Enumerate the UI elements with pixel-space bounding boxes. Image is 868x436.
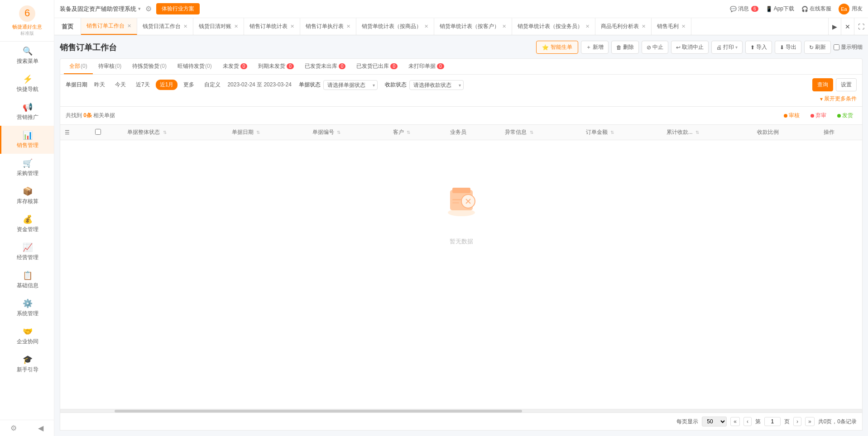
tab-sales-workbench[interactable]: 销售订单工作台 ✕ <box>81 18 137 35</box>
scrollbar-thumb[interactable] <box>115 410 522 412</box>
settings-bottom-btn[interactable]: ⚙ <box>10 424 17 432</box>
tab-cash-daily[interactable]: 钱货日清工作台 ✕ <box>137 18 193 35</box>
print-btn[interactable]: 🖨 打印 ▾ <box>711 41 743 54</box>
user-menu-btn[interactable]: Ea 用友 <box>839 4 863 14</box>
delete-btn[interactable]: 🗑 删除 <box>611 41 639 54</box>
page-input[interactable] <box>764 417 781 426</box>
sub-tab-wangpu[interactable]: 旺铺待发货 (0) <box>172 59 217 74</box>
sub-tab-not-shipped[interactable]: 未发货 0 <box>217 59 253 74</box>
pause-btn[interactable]: ⊘ 中止 <box>642 41 668 54</box>
settings-filter-btn[interactable]: 设置 <box>836 78 857 91</box>
tab-nav-more[interactable]: ▶ <box>828 18 841 35</box>
page-size-select[interactable]: 50 100 <box>702 417 727 427</box>
tab-close-sales-stat[interactable]: ✕ <box>290 24 294 29</box>
import-btn[interactable]: ⬆ 导入 <box>745 41 772 54</box>
sub-tab-pending-inspect[interactable]: 待拣货验货 (0) <box>127 59 172 74</box>
sidebar-item-sysadmin[interactable]: ⚙️ 系统管理 <box>0 294 54 322</box>
col-exception[interactable]: 异常信息 ⇅ <box>500 125 581 140</box>
date-chip-1month[interactable]: 近1月 <box>156 80 178 90</box>
tab-sales-stat-product[interactable]: 销货单统计表（按商品） ✕ <box>356 18 434 35</box>
payment-select-wrap[interactable]: 请选择收款状态 <box>409 80 464 90</box>
query-btn[interactable]: 查询 <box>812 78 833 91</box>
sub-tab-shipped-in[interactable]: 已发货已出库 0 <box>351 59 403 74</box>
tab-close-sales-workbench[interactable]: ✕ <box>127 23 131 29</box>
export-btn[interactable]: ⬇ 导出 <box>775 41 801 54</box>
sub-tab-all[interactable]: 全部 (0) <box>64 59 93 74</box>
refresh-btn[interactable]: ↻ 刷新 <box>804 41 831 54</box>
smart-create-btn[interactable]: ⭐ 智能生单 <box>536 41 578 54</box>
cancel-pause-btn[interactable]: ↩ 取消中止 <box>671 41 709 54</box>
trial-button[interactable]: 体验行业方案 <box>156 3 200 14</box>
tab-sales-stat-customer[interactable]: 销货单统计表（按客户） ✕ <box>434 18 512 35</box>
horizontal-scrollbar[interactable] <box>60 409 862 412</box>
col-customer[interactable]: 客户 ⇅ <box>388 125 446 140</box>
tab-close-cash-daily[interactable]: ✕ <box>183 24 187 29</box>
col-status[interactable]: 单据整体状态 ⇅ <box>123 125 227 140</box>
online-service-btn[interactable]: 🎧 在线客服 <box>801 5 831 13</box>
settings-gear-btn[interactable]: ⚙ <box>145 5 152 13</box>
message-btn[interactable]: 💬 消息 6 <box>730 5 758 13</box>
select-all-checkbox[interactable] <box>95 129 101 135</box>
date-chip-more[interactable]: 更多 <box>179 80 198 90</box>
config-icon[interactable]: ☰ <box>65 129 70 136</box>
tab-close-product-margin[interactable]: ✕ <box>642 24 646 29</box>
sidebar-item-search[interactable]: 🔍 搜索菜单 <box>0 42 54 70</box>
app-download-btn[interactable]: 📱 App下载 <box>766 5 794 13</box>
sub-tab-not-printed[interactable]: 未打印单据 0 <box>403 59 450 74</box>
payment-select[interactable]: 请选择收款状态 <box>409 80 464 90</box>
tab-cash-reconcile[interactable]: 钱货日清对账 ✕ <box>193 18 244 35</box>
date-chip-today[interactable]: 今天 <box>111 80 130 90</box>
sidebar-item-sales[interactable]: 📊 销售管理 <box>0 126 54 154</box>
tab-sales-exec[interactable]: 销售订单执行表 ✕ <box>300 18 356 35</box>
col-staff[interactable]: 业务员 <box>446 125 500 140</box>
audit-action-btn[interactable]: 审核 <box>780 110 803 121</box>
app-title-dropdown[interactable]: 装备及固定资产辅助管理系统 ▾ <box>60 5 141 13</box>
sidebar-item-collab[interactable]: 🤝 企业协同 <box>0 322 54 350</box>
sub-tab-shipped-not-in[interactable]: 已发货未出库 0 <box>299 59 351 74</box>
col-ratio[interactable]: 收款比例 <box>753 125 819 140</box>
expand-conditions-btn[interactable]: ▾ 展开更多条件 <box>820 95 857 103</box>
tab-close-sales-stat-product[interactable]: ✕ <box>424 24 428 29</box>
prev-page-btn[interactable]: ‹ <box>743 417 752 426</box>
status-select-wrap[interactable]: 请选择单据状态 <box>323 80 378 90</box>
date-chip-custom[interactable]: 自定义 <box>200 80 225 90</box>
sub-tab-overdue[interactable]: 到期未发货 0 <box>253 59 299 74</box>
sidebar-item-marketing[interactable]: 📢 营销推广 <box>0 98 54 126</box>
sidebar-item-quicknav[interactable]: ⚡ 快捷导航 <box>0 70 54 98</box>
add-btn[interactable]: ＋ 新增 <box>581 41 609 54</box>
tab-close-sales-stat-staff[interactable]: ✕ <box>585 24 590 29</box>
next-page-btn[interactable]: › <box>793 417 801 426</box>
tab-close-sales-exec[interactable]: ✕ <box>346 24 350 29</box>
date-chip-7days[interactable]: 近7天 <box>132 80 154 90</box>
col-number[interactable]: 单据编号 ⇅ <box>308 125 388 140</box>
ship-action-btn[interactable]: 发货 <box>834 110 857 121</box>
col-config[interactable]: ☰ <box>60 125 91 140</box>
sidebar-item-purchase[interactable]: 🛒 采购管理 <box>0 154 54 182</box>
sub-tab-pending-review[interactable]: 待审核 (0) <box>93 59 127 74</box>
first-page-btn[interactable]: « <box>730 417 740 426</box>
tab-sales-stat-staff[interactable]: 销货单统计表（按业务员） ✕ <box>512 18 595 35</box>
sidebar-item-baseinfo[interactable]: 📋 基础信息 <box>0 266 54 294</box>
status-select[interactable]: 请选择单据状态 <box>323 80 378 90</box>
tab-sales-stat[interactable]: 销售订单统计表 ✕ <box>244 18 300 35</box>
date-chip-yesterday[interactable]: 昨天 <box>90 80 109 90</box>
table-scroll[interactable]: ☰ 单据整体状态 ⇅ 单据日期 ⇅ <box>60 125 862 409</box>
sidebar-item-finance[interactable]: 💰 资金管理 <box>0 210 54 238</box>
tab-close-sales-gross[interactable]: ✕ <box>681 24 686 29</box>
col-checkbox[interactable] <box>91 125 123 140</box>
sidebar-item-inventory[interactable]: 📦 库存核算 <box>0 182 54 210</box>
collapse-btn[interactable]: ◀ <box>38 424 43 432</box>
last-page-btn[interactable]: » <box>805 417 815 426</box>
tab-nav-fullscreen[interactable]: ⛶ <box>854 18 868 35</box>
tab-product-margin[interactable]: 商品毛利分析表 ✕ <box>595 18 652 35</box>
tab-close-cash-reconcile[interactable]: ✕ <box>234 24 238 29</box>
reject-action-btn[interactable]: 弃审 <box>807 110 830 121</box>
col-received[interactable]: 累计收款... ⇅ <box>662 125 753 140</box>
col-date[interactable]: 单据日期 ⇅ <box>227 125 308 140</box>
tab-nav-close-all[interactable]: ✕ <box>841 18 854 35</box>
tab-close-sales-stat-customer[interactable]: ✕ <box>502 24 506 29</box>
sidebar-item-operation[interactable]: 📈 经营管理 <box>0 238 54 266</box>
sidebar-item-guide[interactable]: 🎓 新手引导 <box>0 350 54 378</box>
tab-home[interactable]: 首页 <box>54 18 81 35</box>
col-amount[interactable]: 订单金额 ⇅ <box>581 125 662 140</box>
